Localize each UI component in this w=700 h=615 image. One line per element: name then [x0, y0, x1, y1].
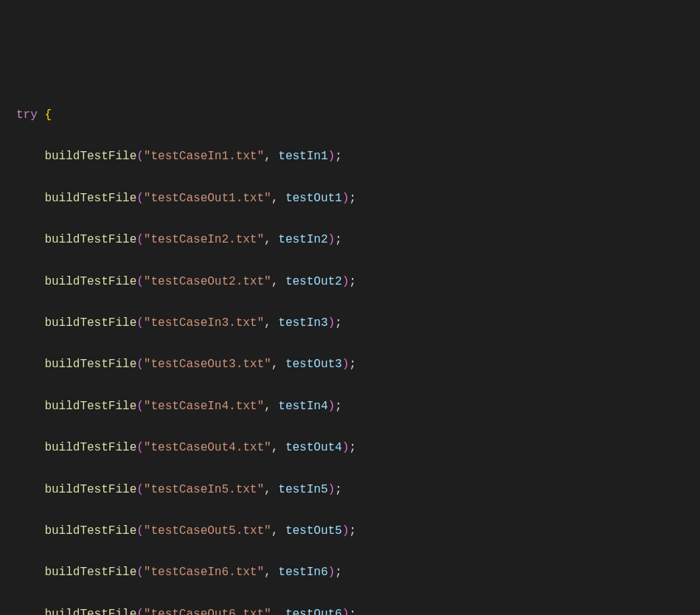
fn-buildTestFile: buildTestFile [44, 441, 136, 454]
string-literal: "testCaseOut3.txt" [144, 358, 271, 371]
string-literal: "testCaseIn1.txt" [144, 150, 264, 163]
fn-buildTestFile: buildTestFile [44, 150, 136, 163]
identifier: testIn5 [278, 483, 328, 496]
identifier: testOut3 [285, 358, 342, 371]
string-literal: "testCaseIn2.txt" [144, 233, 264, 246]
code-line[interactable]: buildTestFile("testCaseIn2.txt", testIn2… [0, 229, 700, 250]
code-line[interactable]: buildTestFile("testCaseIn3.txt", testIn3… [0, 313, 700, 333]
fn-buildTestFile: buildTestFile [44, 192, 136, 205]
code-line[interactable]: buildTestFile("testCaseIn6.txt", testIn6… [0, 562, 700, 583]
fn-buildTestFile: buildTestFile [44, 400, 136, 413]
identifier: testOut5 [285, 524, 342, 538]
code-line[interactable]: buildTestFile("testCaseOut5.txt", testOu… [0, 521, 700, 541]
code-line[interactable]: buildTestFile("testCaseOut4.txt", testOu… [0, 437, 700, 458]
identifier: testOut1 [285, 192, 342, 205]
code-editor[interactable]: try { buildTestFile("testCaseIn1.txt", t… [0, 84, 700, 615]
string-literal: "testCaseOut1.txt" [144, 192, 271, 205]
identifier: testIn4 [278, 400, 328, 413]
keyword-try: try [16, 108, 38, 122]
identifier: testOut4 [285, 441, 342, 454]
code-line[interactable]: buildTestFile("testCaseIn4.txt", testIn4… [0, 396, 700, 417]
code-line[interactable]: buildTestFile("testCaseIn1.txt", testIn1… [0, 146, 700, 167]
string-literal: "testCaseOut5.txt" [144, 524, 271, 538]
code-line[interactable]: buildTestFile("testCaseOut6.txt", testOu… [0, 604, 700, 615]
string-literal: "testCaseOut4.txt" [144, 441, 271, 454]
string-literal: "testCaseIn5.txt" [144, 483, 264, 496]
identifier: testIn2 [278, 233, 328, 246]
fn-buildTestFile: buildTestFile [44, 233, 136, 246]
string-literal: "testCaseIn6.txt" [144, 566, 264, 579]
fn-buildTestFile: buildTestFile [44, 358, 136, 371]
string-literal: "testCaseIn3.txt" [144, 316, 264, 330]
fn-buildTestFile: buildTestFile [44, 566, 136, 579]
fn-buildTestFile: buildTestFile [44, 524, 136, 538]
identifier: testIn1 [278, 150, 328, 163]
code-line[interactable]: try { [0, 105, 700, 125]
string-literal: "testCaseIn4.txt" [144, 400, 264, 413]
string-literal: "testCaseOut2.txt" [144, 275, 271, 288]
identifier: testOut2 [285, 275, 342, 288]
string-literal: "testCaseOut6.txt" [144, 608, 271, 615]
fn-buildTestFile: buildTestFile [44, 483, 136, 496]
fn-buildTestFile: buildTestFile [44, 316, 136, 330]
code-line[interactable]: buildTestFile("testCaseOut2.txt", testOu… [0, 271, 700, 292]
identifier: testOut6 [285, 608, 342, 615]
fn-buildTestFile: buildTestFile [44, 608, 136, 615]
identifier: testIn6 [278, 566, 328, 579]
fn-buildTestFile: buildTestFile [44, 275, 136, 288]
code-line[interactable]: buildTestFile("testCaseIn5.txt", testIn5… [0, 479, 700, 500]
code-line[interactable]: buildTestFile("testCaseOut3.txt", testOu… [0, 354, 700, 375]
identifier: testIn3 [278, 316, 328, 330]
code-line[interactable]: buildTestFile("testCaseOut1.txt", testOu… [0, 188, 700, 209]
